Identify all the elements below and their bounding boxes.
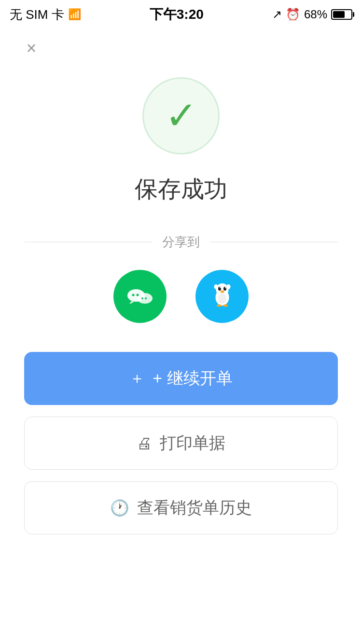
- svg-point-14: [218, 293, 226, 304]
- battery-icon: [331, 9, 352, 20]
- share-label: 分享到: [162, 234, 200, 251]
- svg-point-3: [136, 294, 139, 296]
- success-circle: ✓: [142, 77, 220, 154]
- svg-point-15: [217, 304, 222, 307]
- share-icons-row: [113, 270, 249, 323]
- print-button[interactable]: 🖨 打印单据: [24, 417, 338, 470]
- location-icon: ↗: [272, 8, 282, 21]
- success-title: 保存成功: [135, 174, 227, 205]
- close-icon: ×: [26, 40, 36, 57]
- alarm-icon: ⏰: [286, 8, 300, 21]
- divider-right: [209, 242, 338, 242]
- continue-order-label: + 继续开单: [153, 367, 232, 390]
- status-left: 无 SIM 卡 📶: [10, 6, 81, 23]
- main-content: ✓ 保存成功 分享到: [0, 29, 362, 554]
- battery-percent: 68%: [304, 8, 327, 21]
- svg-point-2: [132, 294, 134, 296]
- print-icon: 🖨: [137, 434, 152, 452]
- svg-point-16: [223, 304, 228, 307]
- svg-point-4: [141, 297, 143, 299]
- svg-point-12: [224, 287, 225, 288]
- status-bar: 无 SIM 卡 📶 下午3:20 ↗ ⏰ 68%: [0, 0, 362, 29]
- wechat-icon: [125, 281, 156, 312]
- plus-icon: ＋: [129, 368, 145, 389]
- qq-icon: [207, 281, 238, 312]
- no-sim-label: 无 SIM 卡: [10, 6, 64, 23]
- history-label: 查看销货单历史: [137, 497, 252, 519]
- svg-point-13: [220, 290, 224, 293]
- svg-point-11: [219, 287, 220, 288]
- svg-point-5: [145, 297, 147, 299]
- svg-marker-6: [129, 301, 134, 304]
- close-button[interactable]: ×: [19, 36, 43, 60]
- continue-order-button[interactable]: ＋ + 继续开单: [24, 352, 338, 405]
- action-buttons: ＋ + 继续开单 🖨 打印单据 🕐 查看销货单历史: [24, 352, 338, 534]
- status-right: ↗ ⏰ 68%: [272, 8, 352, 21]
- status-time: 下午3:20: [150, 5, 204, 24]
- qq-share-button[interactable]: [195, 270, 249, 323]
- wifi-icon: 📶: [68, 8, 81, 21]
- svg-point-9: [218, 287, 221, 291]
- print-label: 打印单据: [160, 432, 225, 454]
- divider-row: 分享到: [24, 234, 338, 251]
- share-section: 分享到: [24, 234, 338, 323]
- wechat-share-button[interactable]: [113, 270, 167, 323]
- svg-point-18: [226, 284, 230, 289]
- svg-point-17: [214, 284, 218, 289]
- svg-point-10: [223, 287, 226, 291]
- history-button[interactable]: 🕐 查看销货单历史: [24, 481, 338, 534]
- checkmark-icon: ✓: [165, 97, 197, 135]
- divider-left: [24, 242, 153, 242]
- history-icon: 🕐: [110, 499, 129, 517]
